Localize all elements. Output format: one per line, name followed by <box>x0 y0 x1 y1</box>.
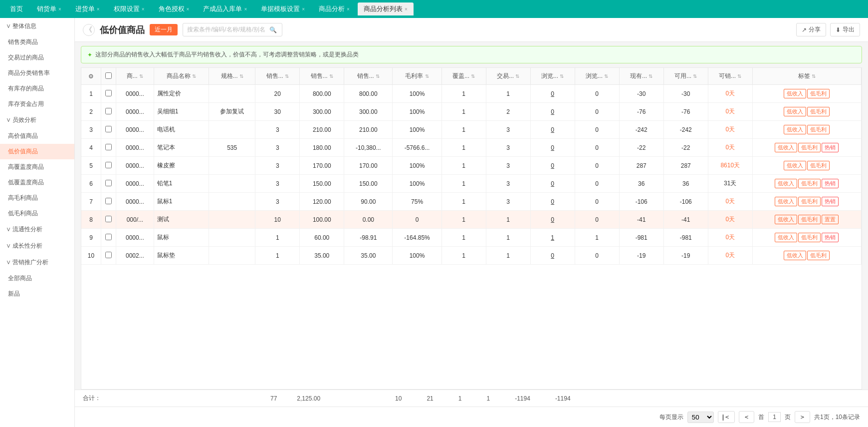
col-spec[interactable]: 规格... ⇅ <box>209 68 255 85</box>
sidebar-item-high-coverage[interactable]: 高覆盖度商品 <box>0 159 74 175</box>
next-page-button[interactable]: ＞ <box>795 411 810 423</box>
product-views1[interactable]: 0 <box>530 247 575 265</box>
col-views2[interactable]: 浏览... ⇅ <box>575 68 619 85</box>
row-checkbox-cell[interactable] <box>101 175 116 193</box>
views-link[interactable]: 0 <box>551 198 554 205</box>
row-checkbox-cell[interactable] <box>101 193 116 211</box>
row-checkbox[interactable] <box>105 126 112 132</box>
export-button[interactable]: ⬇ 导出 <box>830 23 860 36</box>
row-checkbox-cell[interactable] <box>101 121 116 139</box>
close-icon[interactable]: × <box>97 6 100 12</box>
settings-header[interactable]: ⚙ <box>81 68 101 85</box>
product-views1[interactable]: 0 <box>530 121 575 139</box>
row-checkbox-cell[interactable] <box>101 229 116 247</box>
product-views1[interactable]: 0 <box>530 103 575 121</box>
sidebar-item-high-value[interactable]: 高价值商品 <box>0 128 74 144</box>
row-checkbox[interactable] <box>105 198 112 204</box>
product-views1[interactable]: 0 <box>530 193 575 211</box>
col-available[interactable]: 可用... ⇅ <box>663 68 708 85</box>
views-link[interactable]: 0 <box>551 180 554 187</box>
views-link[interactable]: 0 <box>551 216 554 223</box>
row-checkbox-cell[interactable] <box>101 211 116 229</box>
views-link[interactable]: 0 <box>551 90 554 97</box>
views-link[interactable]: 0 <box>551 252 554 259</box>
collapse-sidebar-button[interactable]: 《 <box>83 24 95 36</box>
search-box[interactable]: 搜索条件/编码/名称/规格/别名 🔍 <box>183 23 282 36</box>
row-checkbox[interactable] <box>105 180 112 186</box>
search-icon[interactable]: 🔍 <box>269 26 277 33</box>
product-name[interactable]: 笔记本 <box>154 139 209 157</box>
nav-product-entry[interactable]: 产成品入库单 × <box>197 2 253 15</box>
nav-permissions[interactable]: 权限设置 × <box>108 2 151 15</box>
product-name[interactable]: 属性定价 <box>154 85 209 103</box>
product-views1[interactable]: 0 <box>530 139 575 157</box>
product-name[interactable]: 铅笔1 <box>154 175 209 193</box>
sidebar-section-efficiency[interactable]: ∨ 员效分析 <box>0 112 74 128</box>
nav-template[interactable]: 单据模板设置 × <box>255 2 311 15</box>
share-button[interactable]: ↗ 分享 <box>796 23 826 36</box>
product-name[interactable]: 吴细细1 <box>154 103 209 121</box>
product-name[interactable]: 电话机 <box>154 121 209 139</box>
col-views1[interactable]: 浏览... ⇅ <box>530 68 575 85</box>
close-icon[interactable]: × <box>142 6 145 12</box>
product-name[interactable]: 测试 <box>154 211 209 229</box>
product-name[interactable]: 橡皮擦 <box>154 157 209 175</box>
col-coverage[interactable]: 覆盖... ⇅ <box>441 68 486 85</box>
nav-sales-order[interactable]: 销货单 × <box>31 2 67 15</box>
sidebar-item-stock-capital[interactable]: 库存资金占用 <box>0 96 74 112</box>
sidebar-item-low-value[interactable]: 低价值商品 <box>0 144 74 159</box>
row-checkbox[interactable] <box>105 216 112 222</box>
row-checkbox[interactable] <box>105 234 112 240</box>
filter-recent-month-button[interactable]: 近一月 <box>150 24 178 35</box>
sidebar-item-low-coverage[interactable]: 低覆盖度商品 <box>0 175 74 190</box>
views-link[interactable]: 0 <box>551 144 554 151</box>
col-name[interactable]: 商品名称 ⇅ <box>154 68 209 85</box>
product-name[interactable]: 鼠标1 <box>154 193 209 211</box>
product-name[interactable]: 鼠标 <box>154 229 209 247</box>
close-icon[interactable]: × <box>347 6 350 12</box>
product-views1[interactable]: 0 <box>530 157 575 175</box>
sidebar-item-sales-products[interactable]: 销售类商品 <box>0 34 74 50</box>
col-sales-price[interactable]: 销售... ⇅ <box>300 68 344 85</box>
close-icon[interactable]: × <box>302 6 305 12</box>
sidebar-section-growth[interactable]: ∨ 成长性分析 <box>0 238 74 254</box>
sidebar-item-low-margin[interactable]: 低毛利商品 <box>0 206 74 221</box>
col-sales-amount[interactable]: 销售... ⇅ <box>344 68 393 85</box>
nav-product-analysis-list[interactable]: 商品分析列表 × <box>358 2 414 15</box>
product-views1[interactable]: 0 <box>530 175 575 193</box>
nav-home[interactable]: 首页 <box>4 2 29 15</box>
sidebar-item-category-sales-rate[interactable]: 商品分类销售率 <box>0 65 74 81</box>
select-all-checkbox[interactable] <box>105 72 112 79</box>
row-checkbox[interactable] <box>105 90 112 96</box>
col-code[interactable]: 商... ⇅ <box>116 68 154 85</box>
sidebar-item-stock-products[interactable]: 有库存的商品 <box>0 81 74 96</box>
col-current-stock[interactable]: 现有... ⇅ <box>619 68 663 85</box>
row-checkbox[interactable] <box>105 252 112 258</box>
row-checkbox-cell[interactable] <box>101 157 116 175</box>
row-checkbox[interactable] <box>105 108 112 114</box>
sidebar-section-marketing[interactable]: ∨ 营销推广分析 <box>0 254 74 271</box>
views-link[interactable]: 1 <box>551 234 554 241</box>
nav-role-auth[interactable]: 角色授权 × <box>153 2 196 15</box>
sidebar-section-circulation[interactable]: ∨ 流通性分析 <box>0 221 74 238</box>
product-views1[interactable]: 1 <box>530 229 575 247</box>
nav-product-analysis[interactable]: 商品分析 × <box>313 2 356 15</box>
row-checkbox-cell[interactable] <box>101 247 116 265</box>
row-checkbox-cell[interactable] <box>101 85 116 103</box>
per-page-select[interactable]: 50 100 200 <box>687 412 714 423</box>
product-views1[interactable]: 0 <box>530 211 575 229</box>
col-transaction[interactable]: 交易... ⇅ <box>486 68 530 85</box>
col-gross-margin[interactable]: 毛利率 ⇅ <box>393 68 441 85</box>
product-views1[interactable]: 0 <box>530 85 575 103</box>
sidebar-section-overall[interactable]: ∨ 整体信息 <box>0 18 74 34</box>
product-name[interactable]: 鼠标垫 <box>154 247 209 265</box>
close-icon[interactable]: × <box>244 6 247 12</box>
checkbox-header[interactable] <box>101 68 116 85</box>
sidebar-item-new-products[interactable]: 新品 <box>0 286 74 302</box>
sidebar-item-traded-products[interactable]: 交易过的商品 <box>0 50 74 65</box>
first-page-button[interactable]: |＜ <box>718 411 735 423</box>
close-icon[interactable]: × <box>405 6 408 12</box>
close-icon[interactable]: × <box>58 6 61 12</box>
row-checkbox[interactable] <box>105 144 112 150</box>
col-sales-qty[interactable]: 销售... ⇅ <box>255 68 300 85</box>
